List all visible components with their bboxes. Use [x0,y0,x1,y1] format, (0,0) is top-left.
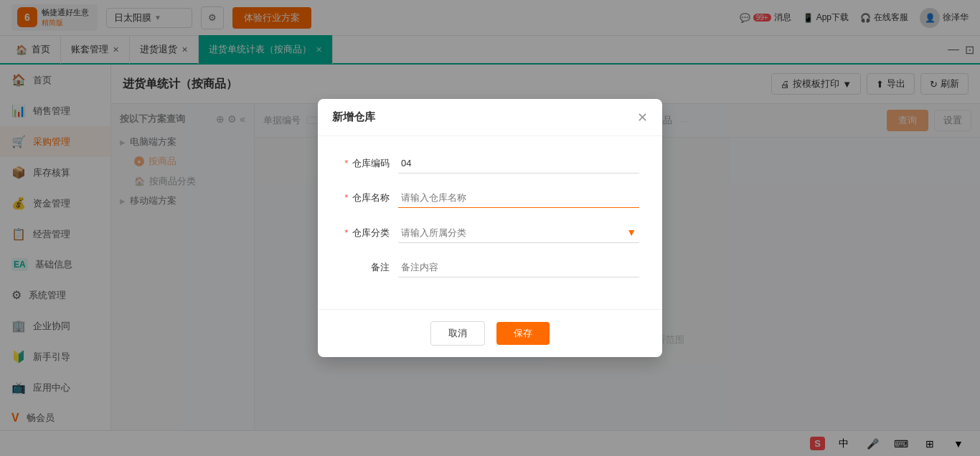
category-label: * 仓库分类 [341,227,398,239]
required-star: * [344,158,348,168]
code-label: * 仓库编码 [341,157,398,170]
required-star-3: * [344,227,348,238]
name-label: * 仓库名称 [341,191,398,204]
form-row-code: * 仓库编码 [341,153,639,174]
required-star-2: * [344,192,348,203]
dialog-header: 新增仓库 ✕ [318,99,662,136]
save-button[interactable]: 保存 [496,322,550,345]
form-row-name: * 仓库名称 [341,188,639,208]
dialog-body: * 仓库编码 * 仓库名称 * 仓库分类 [318,136,662,309]
form-row-category: * 仓库分类 ▼ [341,222,639,243]
category-select[interactable]: ▼ [398,222,639,243]
note-input[interactable] [398,257,639,277]
category-input[interactable] [401,227,626,238]
cancel-button[interactable]: 取消 [430,321,485,346]
note-label: 备注 [341,261,398,274]
form-row-note: 备注 [341,257,639,277]
dialog-close-button[interactable]: ✕ [637,111,648,124]
code-input[interactable] [398,153,639,174]
select-arrow-icon: ▼ [626,227,636,238]
dialog-title: 新增仓库 [332,110,375,124]
dialog-footer: 取消 保存 [318,309,662,357]
dialog-overlay: 新增仓库 ✕ * 仓库编码 * 仓库名称 [0,0,980,456]
new-warehouse-dialog: 新增仓库 ✕ * 仓库编码 * 仓库名称 [318,99,662,357]
name-input[interactable] [398,188,639,208]
